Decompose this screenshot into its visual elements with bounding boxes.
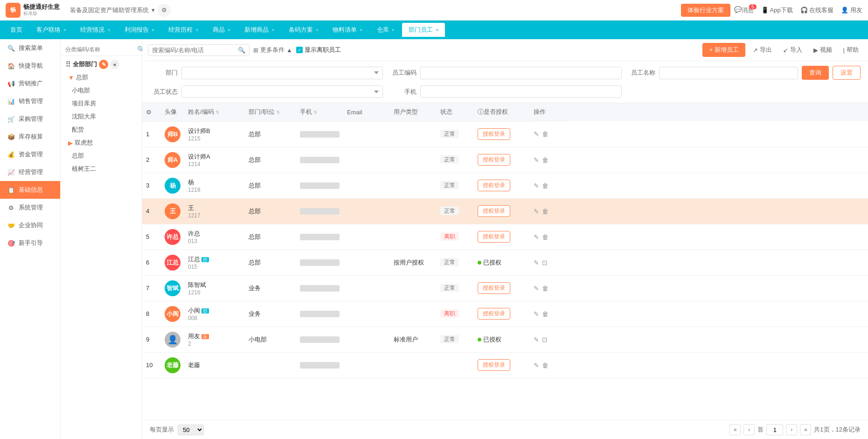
auth-login-button[interactable]: 授权登录 bbox=[478, 128, 510, 140]
tree-node-zhongbu-arrow[interactable]: ▼ 总部 bbox=[61, 71, 142, 84]
tab-bom[interactable]: 物料清单 × bbox=[326, 23, 369, 37]
col-header-settings[interactable]: ⚙ bbox=[142, 103, 161, 121]
edit-icon[interactable]: ✎ bbox=[534, 259, 539, 266]
tab-warehouse[interactable]: 仓库 × bbox=[370, 23, 401, 37]
sidebar-item-marketing[interactable]: 📢 营销推广 bbox=[0, 75, 60, 92]
tree-node-shuanghu[interactable]: ▶ 双虎想 bbox=[61, 136, 142, 149]
auth-login-button[interactable]: 授权登录 bbox=[478, 359, 510, 371]
delete-icon[interactable]: 🗑 bbox=[542, 285, 549, 292]
sidebar-item-purchase[interactable]: 🛒 采购管理 bbox=[0, 110, 60, 128]
import-btn[interactable]: ↙ 导入 bbox=[779, 44, 806, 56]
status-select[interactable] bbox=[181, 85, 383, 98]
row-dept: 业务 bbox=[245, 301, 296, 327]
tab-profit[interactable]: 利润报告 × bbox=[118, 23, 161, 37]
tree-node-peihuo[interactable]: 配货 bbox=[61, 123, 142, 136]
auth-login-button[interactable]: 授权登录 bbox=[478, 231, 510, 243]
edit-icon[interactable]: ✎ bbox=[534, 233, 539, 241]
edit-icon[interactable]: ✎ bbox=[534, 182, 539, 189]
tree-edit-icon[interactable]: ✎ bbox=[99, 60, 108, 69]
col-header-name[interactable]: 姓名/编码⇅ bbox=[184, 103, 245, 121]
first-page-btn[interactable]: « bbox=[729, 424, 741, 435]
auth-login-button[interactable]: 授权登录 bbox=[478, 308, 510, 320]
edit-icon[interactable]: ✎ bbox=[534, 310, 539, 318]
sidebar-item-collab[interactable]: 🤝 企业协同 bbox=[0, 216, 60, 234]
auth-login-button[interactable]: 授权登录 bbox=[478, 154, 510, 166]
next-page-btn[interactable]: › bbox=[786, 424, 797, 435]
tab-goods[interactable]: 商品 × bbox=[206, 23, 237, 37]
sidebar-item-system[interactable]: ⚙ 系统管理 bbox=[0, 199, 60, 216]
sidebar-item-inventory[interactable]: 📦 库存核算 bbox=[0, 128, 60, 146]
tree-node-shenyang[interactable]: 沈阳大库 bbox=[61, 110, 142, 123]
tab-customer[interactable]: 客户联络 × bbox=[30, 23, 73, 37]
per-page-select[interactable]: 50 100 bbox=[178, 425, 204, 435]
row-dept: 总部 bbox=[245, 250, 296, 275]
help-btn[interactable]: | 帮助 bbox=[840, 44, 862, 56]
edit-icon[interactable]: ✎ bbox=[534, 362, 539, 369]
sidebar-item-ops[interactable]: 📈 经营管理 bbox=[0, 163, 60, 181]
col-header-phone[interactable]: 手机⇅ bbox=[296, 103, 343, 121]
set-button[interactable]: 设置 bbox=[833, 66, 861, 80]
col-header-dept[interactable]: 部门/职位⇅ bbox=[245, 103, 296, 121]
tree-collapse-icon[interactable]: « bbox=[110, 60, 119, 69]
app-download-btn[interactable]: 📱 App下载 bbox=[761, 6, 793, 14]
prev-page-btn[interactable]: ‹ bbox=[743, 424, 755, 435]
add-employee-button[interactable]: + 新增员工 bbox=[702, 43, 745, 57]
edit-icon[interactable]: ✎ bbox=[534, 285, 539, 292]
delete-icon[interactable]: 🗑 bbox=[542, 156, 549, 164]
tree-node-zhishu[interactable]: 植树王二 bbox=[61, 162, 142, 175]
page-input[interactable] bbox=[766, 424, 783, 435]
search-input[interactable] bbox=[152, 47, 236, 54]
base-icon: 📋 bbox=[7, 187, 15, 194]
online-service-btn[interactable]: 🎧 在线客服 bbox=[800, 6, 834, 14]
tree-search-input[interactable] bbox=[65, 46, 135, 53]
user-menu-btn[interactable]: 👤 用友 bbox=[841, 6, 862, 14]
sidebar-item-nav[interactable]: 🏠 快捷导航 bbox=[0, 57, 60, 75]
sidebar-item-finance[interactable]: 💰 资金管理 bbox=[0, 146, 60, 163]
auth-login-button[interactable]: 授权登录 bbox=[478, 180, 510, 191]
edit-icon[interactable]: ✎ bbox=[534, 130, 539, 138]
edit-icon[interactable]: ✎ bbox=[534, 156, 539, 164]
tab-new-goods[interactable]: 新增商品 × bbox=[238, 23, 281, 37]
empcode-input[interactable] bbox=[420, 67, 622, 79]
search-icon[interactable]: 🔍 bbox=[238, 47, 245, 54]
auth-login-button[interactable]: 授权登录 bbox=[478, 282, 510, 294]
settings-icon[interactable]: ⚙ bbox=[158, 4, 171, 17]
trial-button[interactable]: 体验行业方案 bbox=[681, 4, 730, 17]
sidebar-item-search[interactable]: 🔍 搜索菜单 bbox=[0, 39, 60, 57]
tab-operation[interactable]: 经营情况 × bbox=[74, 23, 117, 37]
delete-icon[interactable]: 🗑 bbox=[542, 182, 549, 189]
delete-icon[interactable]: 🗑 bbox=[542, 233, 549, 241]
tab-barcode[interactable]: 条码方案 × bbox=[282, 23, 325, 37]
delete-icon[interactable]: 🗑 bbox=[542, 130, 549, 138]
delete-icon[interactable]: 🗑 bbox=[542, 310, 549, 318]
empname-input[interactable] bbox=[659, 67, 798, 79]
tree-node-zhongbu2[interactable]: 总部 bbox=[61, 149, 142, 162]
edit-icon[interactable]: ✎ bbox=[534, 208, 539, 215]
show-dismissed-toggle[interactable]: ✓ 显示离职员工 bbox=[296, 46, 341, 54]
copy-icon[interactable]: ⊡ bbox=[542, 259, 548, 266]
row-auth: 授权登录 bbox=[474, 275, 530, 301]
message-btn[interactable]: 💬 消息 5 bbox=[734, 6, 754, 14]
more-filter-btn[interactable]: ⊞ 更多条件 ▲ bbox=[253, 46, 292, 54]
sidebar-item-sales[interactable]: 📊 销售管理 bbox=[0, 92, 60, 110]
tree-node-project[interactable]: 项目库房 bbox=[61, 97, 142, 110]
sidebar-item-guide[interactable]: 🎯 新手引导 bbox=[0, 234, 60, 252]
sidebar-item-base[interactable]: 📋 基础信息 bbox=[0, 181, 60, 199]
query-button[interactable]: 查询 bbox=[802, 66, 829, 80]
delete-icon[interactable]: 🗑 bbox=[542, 208, 549, 215]
export-btn[interactable]: ↗ 导出 bbox=[749, 44, 776, 56]
phone-input[interactable] bbox=[420, 85, 622, 98]
tab-department[interactable]: 部门员工 × bbox=[402, 23, 445, 37]
edit-icon[interactable]: ✎ bbox=[534, 336, 539, 343]
view-btn[interactable]: ▶ 视频 bbox=[810, 44, 836, 56]
auth-login-button[interactable]: 授权登录 bbox=[478, 205, 510, 217]
dept-select[interactable] bbox=[181, 67, 383, 79]
tab-home[interactable]: 首页 bbox=[4, 23, 29, 37]
dismissed-checkbox[interactable]: ✓ bbox=[296, 47, 303, 53]
delete-icon[interactable]: 🗑 bbox=[542, 362, 549, 369]
content-area: 🔍 ⠿ 全部部门 ✎ « ▼ 总部 小电部 项目库房 沈阳大库 配货 ▶ bbox=[61, 39, 868, 439]
copy-icon[interactable]: ⊡ bbox=[542, 336, 548, 343]
tab-history[interactable]: 经营历程 × bbox=[162, 23, 205, 37]
tree-node-xiaodian[interactable]: 小电部 bbox=[61, 84, 142, 97]
last-page-btn[interactable]: » bbox=[800, 424, 811, 435]
